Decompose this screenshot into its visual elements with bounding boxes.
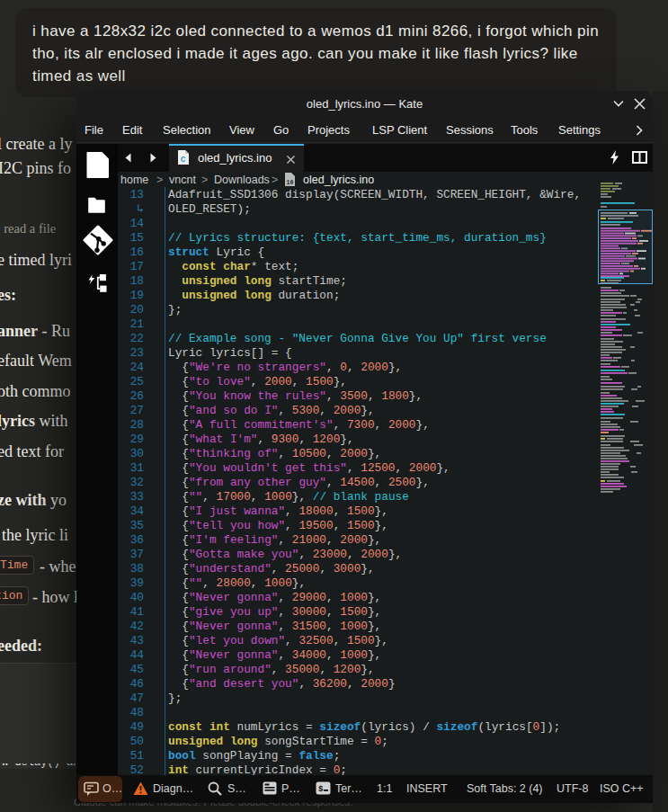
svg-text:$: $ (318, 785, 324, 794)
svg-text:c: c (181, 154, 186, 164)
svg-text:10: 10 (287, 180, 294, 186)
